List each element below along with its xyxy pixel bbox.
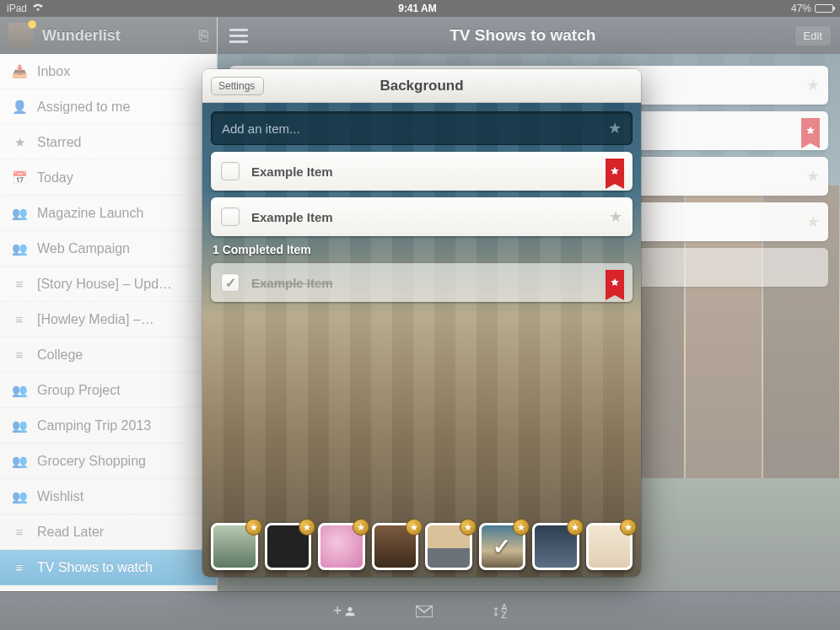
modal-body: ★ Example ItemExample Item★ 1 Completed … xyxy=(202,103,641,577)
background-thumb[interactable]: ★ xyxy=(211,523,258,570)
checkbox[interactable] xyxy=(221,273,240,292)
task-label: Example Item xyxy=(251,276,594,290)
background-thumb[interactable]: ★ xyxy=(586,523,633,570)
background-thumb[interactable]: ★ xyxy=(265,523,312,570)
completed-section-label[interactable]: 1 Completed Item xyxy=(213,243,631,256)
premium-badge-icon: ★ xyxy=(353,519,369,536)
task-label: Example Item xyxy=(251,164,594,179)
task-label: Example Item xyxy=(251,210,597,224)
star-icon[interactable]: ★ xyxy=(608,119,622,137)
premium-badge-icon: ★ xyxy=(513,519,530,536)
settings-back-button[interactable]: Settings xyxy=(211,77,264,95)
background-thumb[interactable]: ★ xyxy=(479,523,526,570)
background-thumbnails: ★★★★★★★★ xyxy=(202,523,641,570)
checkbox[interactable] xyxy=(221,162,240,180)
background-thumb[interactable]: ★ xyxy=(318,523,365,570)
star-ribbon-icon[interactable] xyxy=(606,270,624,295)
task-row[interactable]: Example Item xyxy=(211,263,633,302)
checkbox[interactable] xyxy=(221,207,240,226)
premium-badge-icon: ★ xyxy=(299,519,315,536)
modal-header: Settings Background xyxy=(202,69,641,103)
add-item-field[interactable]: ★ xyxy=(211,111,633,145)
premium-badge-icon: ★ xyxy=(567,519,584,536)
modal-title: Background xyxy=(202,78,641,94)
background-thumb[interactable]: ★ xyxy=(532,523,579,570)
background-settings-modal: Settings Background ★ Example ItemExampl… xyxy=(202,69,641,577)
star-ribbon-icon[interactable] xyxy=(606,159,624,184)
premium-badge-icon: ★ xyxy=(620,519,637,536)
premium-badge-icon: ★ xyxy=(406,519,423,536)
task-row[interactable]: Example Item★ xyxy=(211,197,633,236)
background-thumb[interactable]: ★ xyxy=(425,523,472,570)
premium-badge-icon: ★ xyxy=(460,519,477,536)
premium-badge-icon: ★ xyxy=(245,519,262,536)
add-item-input[interactable] xyxy=(222,121,608,136)
background-thumb[interactable]: ★ xyxy=(372,523,419,570)
task-row[interactable]: Example Item xyxy=(211,152,633,191)
star-icon[interactable]: ★ xyxy=(609,207,622,226)
